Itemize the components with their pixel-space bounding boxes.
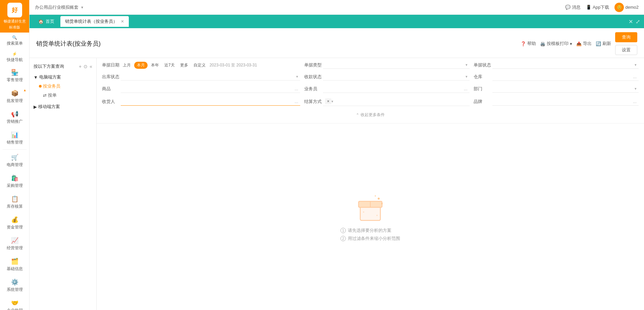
triangle-right-icon: ▶ [34,104,37,109]
filter-docstatus-field: 单据状态 ▾ [474,61,639,69]
basic-icon: 🗂️ [11,258,18,265]
scheme-item-by-salesperson[interactable]: 按业务员 [30,82,96,91]
tip-text-2: 用过滤条件来缩小分析范围 [348,236,400,242]
date-tab-more[interactable]: 更多 [178,62,190,69]
left-panel-icons: + ⊙ « [79,64,92,69]
search-icon: 🔍 [12,35,17,40]
export-icon: 📤 [576,41,582,46]
topbar-left: 办公用品行业模拟账套 ▾ [35,4,83,10]
sidebar-item-finance[interactable]: 💰 资金管理 [0,213,29,234]
topbar-right: 💬 消息 📱 App下载 😊 demo2 [565,3,639,12]
sidebar-item-inventory[interactable]: 📋 库存核算 [0,192,29,213]
salesperson-select[interactable]: ... [323,85,470,93]
filter-goods-field: 商品 ... [102,85,300,93]
date-tab-thisyear[interactable]: 本年 [149,62,161,69]
msg-label: 消息 [572,4,581,10]
query-button[interactable]: 查询 [615,32,637,42]
settlement-select[interactable]: × ▾ [323,97,470,106]
sidebar-item-system[interactable]: ⚙️ 系统管理 [0,275,29,296]
refresh-button[interactable]: 🔄 刷新 [596,41,611,47]
app-icon: 📱 [586,5,591,10]
triangle-icon: ▼ [34,75,38,80]
goods-select[interactable]: ... [121,85,300,93]
filter-row-4: 收货人 ... 结算方式 × [102,97,639,106]
sidebar-quick[interactable]: ⚡ 快捷导航 [0,49,29,65]
collapse-label: 收起更多条件 [361,112,385,118]
scheme-group-mobile-header[interactable]: ▶ 移动端方案 [30,102,96,111]
settlement-tag-close[interactable]: × [327,99,329,104]
scheme-item-by-order[interactable]: ⇄ 按单 [30,91,96,100]
filter-row-3: 商品 ... 业务员 ... [102,85,639,93]
biz-icon: 📈 [11,237,18,244]
topbar-dropdown[interactable]: ▾ [81,5,83,10]
docstatus-select[interactable]: ▾ [492,61,639,69]
sidebar-item-retail[interactable]: 🏪 零售管理 [0,65,29,86]
corp-label: 企业协同 [7,308,23,310]
collapse-filters-button[interactable]: ⌃ 收起更多条件 [102,110,639,120]
sidebar-item-corp[interactable]: 🤝 企业协同 [0,296,29,310]
settlement-label: 结算方式 [304,99,323,105]
recipient-dots: ... [294,99,298,104]
scheme-group-pc-header[interactable]: ▼ 电脑端方案 [30,73,96,82]
refresh-label: 刷新 [602,41,611,47]
tab-home[interactable]: 🏠 首页 [34,16,59,27]
print-button[interactable]: 🖨️ 按模板打印 ▾ [540,41,572,47]
add-scheme-button[interactable]: + [79,64,82,69]
empty-state: 1 请先选择要分析的方案 2 用过滤条件来缩小分析范围 [97,123,644,310]
avatar: 😊 [614,3,624,12]
sidebar-item-ecom[interactable]: 🛒 电商管理 [0,150,29,171]
doctype-select[interactable]: ▾ [323,61,470,69]
date-tab-lastmonth[interactable]: 上月 [121,62,133,69]
app-download-button[interactable]: 📱 App下载 [586,4,609,10]
filter-doctype-field: 单据类型 ▾ [304,61,470,69]
page-header-actions: ❓ 帮助 🖨️ 按模板打印 ▾ 📤 导出 🔄 刷新 查询 [521,32,637,55]
help-label: 帮助 [527,41,536,47]
dept-select[interactable]: ▾ [492,85,639,93]
brand-select[interactable]: ... [492,98,639,106]
sidebar-item-biz[interactable]: 📈 经营管理 [0,234,29,254]
refresh-icon: 🔄 [596,41,601,46]
active-dot-icon [39,85,42,88]
ecom-icon: 🛒 [11,154,18,161]
filter-dept-field: 部门 ▾ [474,85,639,93]
msg-button[interactable]: 💬 消息 [565,4,581,10]
tab-expand-button[interactable]: ⤢ [636,18,640,25]
system-label: 系统管理 [7,287,23,293]
quick-icon: ⚡ [12,52,17,56]
date-tab-thismonth[interactable]: 本月 [134,62,148,69]
tab-sales-stat[interactable]: 销货单统计表（按业务员） ✕ [60,16,129,27]
outstatus-label: 出库状态 [102,74,121,80]
purchase-icon: 🛍️ [11,174,18,182]
filter-row-2: 出库状态 ▾ 收款状态 ▾ [102,73,639,81]
sidebar-item-marketing[interactable]: 📢 营销推广 [0,107,29,128]
logo-icon: 好 [7,3,22,17]
warehouse-select[interactable]: ... [492,73,639,81]
outstatus-select[interactable]: ▾ [121,73,300,81]
date-tab-custom[interactable]: 自定义 [192,62,208,69]
export-button[interactable]: 📤 导出 [576,41,592,47]
date-tab-7days[interactable]: 近7天 [162,62,177,69]
recipient-select[interactable]: ... [121,98,300,106]
retail-label: 零售管理 [7,77,23,83]
filter-row-1: 单据日期 上月 本月 本年 近7天 更多 自定义 20 [102,61,639,69]
sidebar-logo: 好 畅捷通好生意 标准版 [0,0,29,33]
settings-button[interactable]: 设置 [615,45,637,55]
sidebar-search[interactable]: 🔍 搜索菜单 [0,33,29,49]
sidebar-item-basic[interactable]: 🗂️ 基础信息 [0,254,29,275]
scheme-group-pc: ▼ 电脑端方案 按业务员 ⇄ 按单 [30,71,96,101]
edit-scheme-button[interactable]: ⊙ [84,64,88,69]
tab-close-all-button[interactable]: ✕ [629,18,633,25]
tab-close-button[interactable]: ✕ [121,19,124,24]
sidebar-item-purchase[interactable]: 🛍️ 采购管理 [0,171,29,192]
empty-illustration [354,192,387,222]
svg-point-5 [375,195,376,197]
doctype-arrow-icon: ▾ [466,63,468,67]
collapse-panel-button[interactable]: « [90,64,92,69]
sidebar-item-sales[interactable]: 📊 销售管理 [0,128,29,149]
sidebar-item-wholesale[interactable]: 📦 批发管理 ▲ [0,86,29,107]
empty-svg [354,192,387,222]
user-area[interactable]: 😊 demo2 [614,3,639,12]
help-button[interactable]: ❓ 帮助 [521,41,536,47]
tip-num-2: 2 [340,236,346,241]
payment-select[interactable]: ▾ [323,73,470,81]
